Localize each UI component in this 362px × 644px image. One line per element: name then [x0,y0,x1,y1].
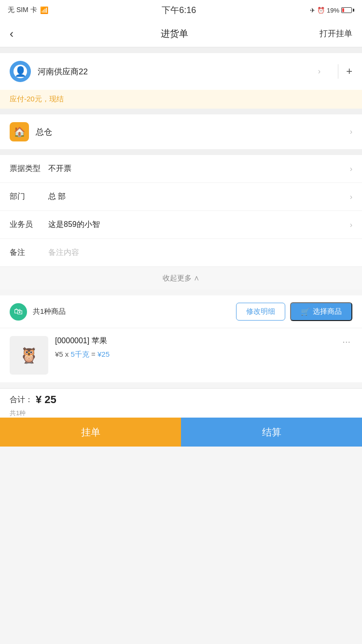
open-hold-button[interactable]: 打开挂单 [320,28,352,39]
product-multiply: x [65,350,71,358]
product-equals: = [91,350,97,358]
avatar-person-icon: 👤 [14,67,27,76]
sales-label: 业务员 [10,220,48,230]
product-icon: 🛍 [10,303,27,321]
dept-chevron-icon: › [350,193,352,201]
status-time: 下午6:16 [162,4,196,16]
product-item: 🦉 [0000001] 苹果 ¥5 x 5千克 = ¥25 ··· [0,328,362,382]
hold-button[interactable]: 挂单 [0,418,181,447]
hold-label: 挂单 [81,426,100,439]
product-price: ¥5 [55,350,63,358]
alarm-icon: ⏰ [317,7,325,14]
back-button[interactable]: ‹ [10,27,29,41]
section-gap-2 [0,109,362,114]
product-count-text: 共1种商品 [33,307,236,316]
form-card: 票据类型 不开票 › 部门 总 部 › 业务员 这是859的小智 › 备注 备注… [0,155,362,266]
warehouse-row[interactable]: 🏠 总仓 › [0,114,362,149]
wifi-icon: 📶 [40,6,48,14]
bottom-bar: 合计： ¥ 25 共1种 挂单 结算 [0,388,362,447]
product-section: 🛍 共1种商品 修改明细 🛒 选择商品 🦉 [0000001] 苹果 ¥5 x … [0,295,362,382]
section-gap-3 [0,149,362,155]
nav-bar: ‹ 进货单 打开挂单 [0,20,362,47]
warehouse-icon: 🏠 [10,122,29,141]
status-bar: 无 SIM 卡 📶 下午6:16 ✈ ⏰ 19% [0,0,362,20]
supplier-avatar: 👤 [10,61,31,82]
collapse-button[interactable]: 收起更多 ∧ [0,266,362,290]
status-left: 无 SIM 卡 📶 [8,6,48,14]
select-product-button[interactable]: 🛒 选择商品 [290,302,352,321]
remark-row[interactable]: 备注 备注内容 [0,238,362,266]
collapse-label: 收起更多 ∧ [163,274,199,282]
edit-detail-button[interactable]: 修改明细 [236,303,285,321]
battery-icon [341,7,354,13]
remark-input[interactable]: 备注内容 [48,248,352,258]
total-label: 合计： [10,395,33,405]
status-right: ✈ ⏰ 19% [310,7,354,14]
sales-row[interactable]: 业务员 这是859的小智 › [0,210,362,238]
remark-label: 备注 [10,248,48,258]
supplier-name: 河南供应商22 [38,66,318,77]
location-icon: ✈ [310,7,315,14]
section-gap-1 [0,47,362,53]
warehouse-card: 🏠 总仓 › [0,114,362,149]
product-more-button[interactable]: ··· [340,336,352,347]
supplier-chevron-icon: › [318,67,320,76]
product-total: ¥25 [97,350,110,358]
sim-status: 无 SIM 卡 [8,6,37,14]
supplier-divider [338,64,338,79]
supplier-card: 👤 河南供应商22 › + 应付-20元，现结 [0,53,362,109]
warehouse-icon-symbol: 🏠 [14,126,26,138]
checkout-button[interactable]: 结算 [181,418,362,447]
dept-value: 总 部 [48,192,350,202]
summary-count: 共1种 [0,409,362,418]
checkout-label: 结算 [262,426,281,439]
product-info: [0000001] 苹果 ¥5 x 5千克 = ¥25 [55,336,340,359]
footer-gap [0,382,362,388]
battery-percent: 19% [327,7,339,14]
invoice-value: 不开票 [48,164,350,174]
sales-chevron-icon: › [350,221,352,229]
page-title: 进货单 [161,28,188,40]
supplier-row[interactable]: 👤 河南供应商22 › + [0,53,362,90]
invoice-chevron-icon: › [350,165,352,173]
cart-icon: 🛍 [14,307,23,317]
sales-value: 这是859的小智 [48,220,350,230]
product-header: 🛍 共1种商品 修改明细 🛒 选择商品 [0,295,362,328]
product-thumb-icon: 🦉 [19,346,39,364]
bottom-actions: 挂单 结算 [0,418,362,447]
total-amount: ¥ 25 [36,393,56,406]
dept-row[interactable]: 部门 总 部 › [0,182,362,210]
bottom-summary: 合计： ¥ 25 [0,389,362,408]
select-label: 选择商品 [313,307,342,316]
dept-label: 部门 [10,192,48,202]
warehouse-name: 总仓 [36,126,350,138]
warehouse-chevron-icon: › [350,127,352,136]
product-name: [0000001] 苹果 [55,336,340,346]
invoice-type-row[interactable]: 票据类型 不开票 › [0,155,362,182]
add-supplier-button[interactable]: + [346,65,352,78]
credit-text: 应付-20元，现结 [10,95,64,103]
invoice-label: 票据类型 [10,164,48,174]
product-quantity: 5千克 [71,350,89,358]
product-thumbnail: 🦉 [10,336,48,375]
select-icon: 🛒 [301,308,310,316]
credit-banner: 应付-20元，现结 [0,90,362,109]
product-price-row: ¥5 x 5千克 = ¥25 [55,350,340,359]
